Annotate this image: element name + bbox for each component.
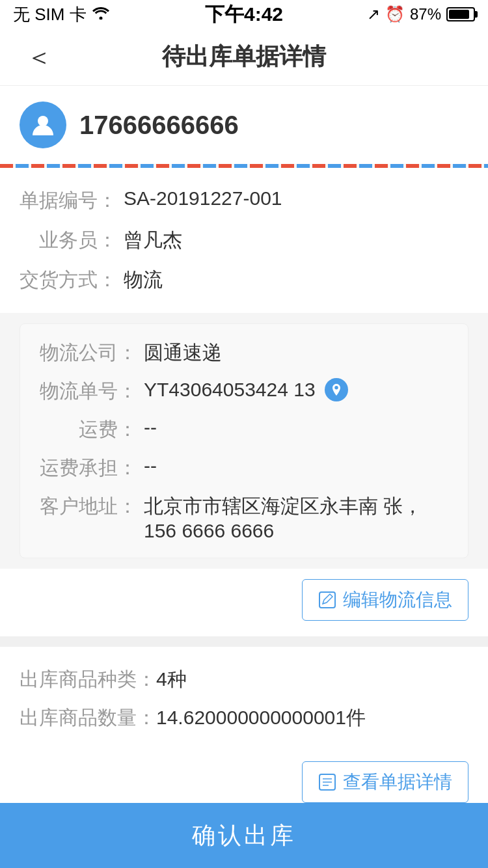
location-arrow-icon: ↗ — [367, 5, 380, 23]
document-number-label: 单据编号： — [20, 187, 124, 214]
user-avatar — [20, 102, 66, 148]
edit-logistics-button[interactable]: 编辑物流信息 — [302, 579, 468, 621]
logistics-tracking-label: 物流单号： — [40, 378, 144, 405]
product-quantity-label: 出库商品数量： — [20, 705, 156, 731]
battery-fill — [449, 10, 469, 19]
product-section: 出库商品种类： 4种 出库商品数量： 14.620000000000001件 — [0, 647, 488, 751]
logistics-freight-bearer-row: 运费承担： -- — [40, 455, 448, 481]
status-time: 下午4:42 — [205, 1, 283, 28]
product-quantity-value: 14.620000000000001件 — [156, 705, 366, 731]
user-header: 17666666666 — [0, 86, 488, 164]
product-types-value: 4种 — [156, 666, 187, 693]
user-phone: 17666666666 — [79, 111, 239, 140]
document-number-value: SA-20191227-001 — [124, 187, 468, 210]
logistics-address-label: 客户地址： — [40, 493, 144, 520]
status-right: ↗ ⏰ 87% — [367, 5, 475, 23]
document-info-section: 单据编号： SA-20191227-001 业务员： 曾凡杰 交货方式： 物流 — [0, 168, 488, 313]
main-content: 17666666666 单据编号： SA-20191227-001 业务员： 曾… — [0, 86, 488, 868]
logistics-address-value: 北京市市辖区海淀区永丰南 张，156 6666 6666 — [144, 493, 448, 542]
delivery-row: 交货方式： 物流 — [20, 267, 468, 293]
wifi-icon — [92, 5, 110, 23]
confirm-button-label: 确认出库 — [192, 820, 296, 852]
agent-row: 业务员： 曾凡杰 — [20, 227, 468, 254]
edit-logistics-label: 编辑物流信息 — [343, 588, 452, 612]
edit-logistics-row: 编辑物流信息 — [0, 569, 488, 636]
logistics-freight-row: 运费： -- — [40, 416, 448, 443]
logistics-freight-bearer-label: 运费承担： — [40, 455, 144, 481]
logistics-freight-value: -- — [144, 416, 448, 439]
agent-value: 曾凡杰 — [124, 227, 468, 254]
page-title: 待出库单据详情 — [162, 41, 326, 73]
logistics-company-row: 物流公司： 圆通速递 — [40, 340, 448, 366]
delivery-value: 物流 — [124, 267, 468, 293]
battery-icon — [446, 7, 475, 21]
logistics-company-value: 圆通速递 — [144, 340, 448, 366]
logistics-card: 物流公司： 圆通速递 物流单号： YT43064053424 13 运费： --… — [20, 323, 468, 558]
svg-point-0 — [38, 116, 48, 126]
product-types-row: 出库商品种类： 4种 — [20, 666, 468, 693]
logistics-freight-bearer-value: -- — [144, 455, 448, 477]
logistics-address-row: 客户地址： 北京市市辖区海淀区永丰南 张，156 6666 6666 — [40, 493, 448, 542]
logistics-freight-label: 运费： — [40, 416, 144, 443]
view-detail-button[interactable]: 查看单据详情 — [302, 761, 468, 803]
view-detail-label: 查看单据详情 — [343, 770, 452, 794]
battery-percent: 87% — [410, 5, 441, 23]
status-bar: 无 SIM 卡 下午4:42 ↗ ⏰ 87% — [0, 0, 488, 29]
document-number-row: 单据编号： SA-20191227-001 — [20, 187, 468, 214]
product-quantity-row: 出库商品数量： 14.620000000000001件 — [20, 705, 468, 731]
nav-bar: ＜ 待出库单据详情 — [0, 29, 488, 86]
back-button[interactable]: ＜ — [20, 33, 59, 81]
agent-label: 业务员： — [20, 227, 124, 254]
track-location-button[interactable] — [325, 378, 348, 401]
logistics-company-label: 物流公司： — [40, 340, 144, 366]
delivery-label: 交货方式： — [20, 267, 124, 293]
svg-rect-1 — [319, 592, 335, 608]
logistics-tracking-value: YT43064053424 13 — [144, 378, 448, 401]
section-divider — [0, 636, 488, 647]
confirm-button[interactable]: 确认出库 — [0, 803, 488, 868]
alarm-icon: ⏰ — [385, 5, 405, 23]
carrier-text: 无 SIM 卡 — [13, 3, 87, 26]
status-left: 无 SIM 卡 — [13, 3, 110, 26]
product-types-label: 出库商品种类： — [20, 666, 156, 693]
logistics-tracking-row: 物流单号： YT43064053424 13 — [40, 378, 448, 405]
